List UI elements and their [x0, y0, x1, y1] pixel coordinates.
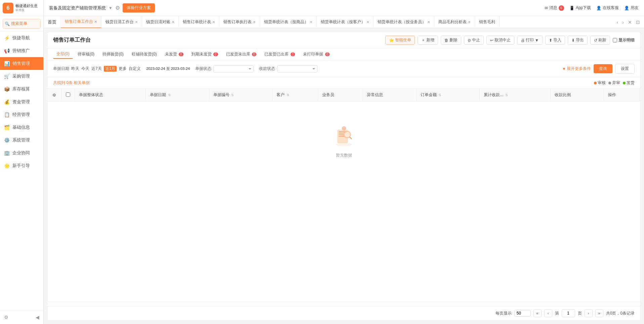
date-today[interactable]: 今天: [81, 66, 89, 72]
sidebar-item-marketing[interactable]: 📢 营销推广: [0, 44, 43, 57]
review-button[interactable]: 审核: [594, 80, 606, 86]
payment-filter-select[interactable]: [277, 65, 317, 73]
sub-tab-not-shipped[interactable]: 未发货 0: [162, 50, 187, 58]
show-detail-checkbox-label[interactable]: 显示明细: [613, 37, 635, 43]
sub-tab-pending-review[interactable]: 待审核(0): [74, 50, 98, 58]
th-status[interactable]: 单据整体状态: [75, 89, 146, 102]
sidebar-item-purchase[interactable]: 🛒 采购管理: [0, 70, 43, 83]
stop-button[interactable]: ⊘ 中止: [464, 36, 484, 45]
sidebar-item-inventory[interactable]: 📦 库存核算: [0, 83, 43, 95]
th-number[interactable]: 单据编号 ⇅: [209, 89, 272, 102]
first-page-button[interactable]: «: [533, 309, 542, 317]
print-button[interactable]: 🖨 打印 ▼: [517, 36, 543, 45]
tab-sales-summary-staff[interactable]: 销货单统计表（按业务员） ✕: [374, 16, 434, 28]
delete-button[interactable]: 🗑 删除: [441, 36, 461, 45]
th-staff[interactable]: 业务员: [318, 89, 363, 102]
cancel-review-button[interactable]: 弃审: [608, 80, 620, 86]
quick-nav-icon: ⚡: [4, 35, 10, 41]
tab-sales-summary-product[interactable]: 销货单统计表（按商品） ✕: [260, 16, 317, 28]
sidebar-item-quick-nav[interactable]: ⚡ 快捷导航: [0, 32, 43, 44]
tabs-prev-button[interactable]: ‹: [615, 19, 620, 26]
tab-sales-exec[interactable]: 销售订单执行表 ✕: [219, 16, 260, 28]
cancel-stop-button[interactable]: ↩ 取消中止: [486, 36, 514, 45]
sidebar-item-new-guide[interactable]: 🌟 新手引导: [0, 159, 43, 172]
th-amount[interactable]: 订单金额 ⇅: [416, 89, 479, 102]
query-button[interactable]: 查询: [594, 64, 612, 73]
th-received[interactable]: 累计收款... ⇅: [480, 89, 550, 102]
th-setting[interactable]: ⚙: [48, 89, 61, 102]
sidebar-item-sales[interactable]: 📊 销售管理: [0, 57, 43, 70]
th-date[interactable]: 单据日期 ⇅: [146, 89, 209, 102]
expand-conditions-button[interactable]: ▼ 展开更多条件: [562, 66, 591, 72]
date-custom[interactable]: 自定义: [129, 66, 141, 72]
topbar-settings-icon[interactable]: ⚙: [115, 5, 120, 11]
refresh-button[interactable]: ↺ 刷新: [590, 36, 610, 45]
page-number-input[interactable]: [562, 309, 575, 317]
tab-cash-reconcile[interactable]: 钱货日清对账 ✕: [142, 16, 179, 28]
sidebar-collapse-button[interactable]: ◀: [34, 313, 41, 321]
tab-sales-summary-staff-close[interactable]: ✕: [427, 20, 430, 24]
online-service-button[interactable]: 👤 在线客服: [596, 5, 619, 11]
show-detail-checkbox[interactable]: [613, 38, 617, 42]
topbar-dropdown-icon[interactable]: ▼: [109, 6, 113, 10]
tab-sales-workbench-close[interactable]: ✕: [94, 20, 97, 24]
status-filter-select[interactable]: [213, 65, 254, 73]
sub-tab-pending-inspection[interactable]: 待择验货(0): [99, 50, 127, 58]
tab-sales-summary-product-close[interactable]: ✕: [310, 20, 312, 24]
tab-sales-stats-close[interactable]: ✕: [212, 20, 215, 24]
tab-sales-exec-close[interactable]: ✕: [253, 20, 256, 24]
tab-cash-daily-close[interactable]: ✕: [135, 20, 138, 24]
sidebar-item-enterprise[interactable]: 🏢 企业协同: [0, 147, 43, 159]
date-more[interactable]: 更多: [119, 66, 127, 72]
tab-sales-gross[interactable]: 销售毛利: [475, 16, 500, 28]
sidebar-item-basic-info[interactable]: 🗂️ 基础信息: [0, 121, 43, 134]
sidebar-item-system[interactable]: ⚙️ 系统管理: [0, 134, 43, 147]
tab-product-margin[interactable]: 商品毛利分析表 ✕: [434, 16, 475, 28]
sidebar-item-finance[interactable]: 💰 资金管理: [0, 95, 43, 108]
th-exception[interactable]: 异常信息: [363, 89, 416, 102]
th-ratio[interactable]: 收款比例: [550, 89, 604, 102]
select-all-checkbox[interactable]: [66, 92, 70, 97]
tab-sales-workbench[interactable]: 销售订单工作台 ✕: [61, 16, 101, 28]
th-checkbox[interactable]: [61, 89, 75, 102]
sub-tab-shipped-out[interactable]: 已发货已出库 0: [261, 50, 298, 58]
sub-tab-overdue-unshipped[interactable]: 到期未发货 0: [188, 50, 221, 58]
tabs-menu-button[interactable]: ⊡: [635, 19, 641, 26]
import-button[interactable]: ⬆ 导入: [545, 36, 565, 45]
user-menu-button[interactable]: 👤 用友: [624, 5, 639, 11]
sub-tab-not-printed[interactable]: 未打印单据 0: [300, 50, 333, 58]
date-1month[interactable]: 近1月: [104, 66, 117, 72]
prev-page-button[interactable]: ‹: [544, 309, 552, 317]
sub-tab-all[interactable]: 全部(0): [53, 50, 73, 59]
add-button[interactable]: ＋ 新增: [418, 36, 438, 45]
page-size-select[interactable]: 10 20 50 100: [514, 310, 531, 317]
filter-settings-button[interactable]: 设置: [615, 64, 635, 74]
tab-cash-reconcile-close[interactable]: ✕: [172, 20, 174, 24]
message-button[interactable]: ✉ 消息 6: [545, 5, 564, 11]
tab-product-margin-close[interactable]: ✕: [468, 20, 471, 24]
tabs-next-button[interactable]: ›: [621, 19, 625, 26]
sidebar-settings-button[interactable]: ⚙: [3, 313, 10, 321]
tab-sales-stats[interactable]: 销售订单统计表 ✕: [179, 16, 219, 28]
tabs-close-button[interactable]: ✕: [627, 19, 633, 26]
tab-home[interactable]: 首页: [44, 16, 61, 28]
horizontal-scrollbar[interactable]: [48, 301, 640, 306]
industry-solution-button[interactable]: 体验行业方案: [123, 3, 155, 12]
sidebar-item-operations[interactable]: 📋 经营管理: [0, 108, 43, 121]
tab-cash-daily[interactable]: 钱货日清工作台 ✕: [101, 16, 142, 28]
app-download-button[interactable]: 📱 App下载: [569, 5, 591, 11]
sub-tab-wangpu-pending[interactable]: 旺铺待发货(0): [128, 50, 160, 58]
tab-sales-summary-customer-close[interactable]: ✕: [367, 20, 369, 24]
tab-sales-summary-customer[interactable]: 销货单统计表（按客户） ✕: [317, 16, 374, 28]
next-page-button[interactable]: ›: [585, 309, 593, 317]
page-title: 销售订单工作台: [53, 37, 91, 44]
search-menu-button[interactable]: 🔍 搜索菜单: [3, 19, 41, 29]
th-customer[interactable]: 客户 ⇅: [272, 89, 318, 102]
ship-button[interactable]: 发货: [623, 80, 635, 86]
date-yesterday[interactable]: 昨天: [71, 66, 79, 72]
smart-generate-button[interactable]: ⭐ 智能生单: [385, 36, 415, 45]
export-button[interactable]: ⬇ 导出: [568, 36, 588, 45]
date-7days[interactable]: 近7天: [91, 66, 102, 72]
sub-tab-shipped-not-out[interactable]: 已发货未出库 0: [223, 50, 260, 58]
last-page-button[interactable]: »: [595, 309, 603, 317]
